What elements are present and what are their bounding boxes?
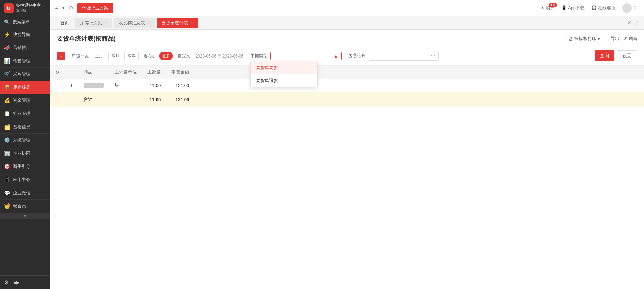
row-quantity: 11.00 xyxy=(142,79,166,92)
app-logo: b 畅捷通好生意 标准版 xyxy=(0,0,50,16)
search-menu-label: 搜索菜单 xyxy=(13,19,30,25)
sidebar-item-label: 基础信息 xyxy=(13,124,30,130)
row-index: 1 xyxy=(65,79,78,92)
sidebar-item-system[interactable]: ⚙️ 系统管理 xyxy=(0,134,50,147)
warehouse-select[interactable]: ··· xyxy=(369,51,439,61)
sidebar-item-wechat[interactable]: 💬 企业微信 xyxy=(0,186,50,200)
sidebar-item-basic[interactable]: 🗂️ 基础信息 xyxy=(0,120,50,134)
total-row: 合计 11.00 121.00 xyxy=(50,92,644,107)
this-year-btn[interactable]: 本年 xyxy=(124,52,139,60)
sidebar-item-purchase[interactable]: 🛒 采购管理 xyxy=(0,68,50,81)
sidebar-item-label: 销售管理 xyxy=(13,58,30,64)
total-gear xyxy=(50,92,65,107)
date-label: 单据日期 xyxy=(72,53,89,59)
refresh-btn[interactable]: ↺ 刷新 xyxy=(623,36,637,42)
sidebar-item-sales[interactable]: 📊 销售管理 xyxy=(0,54,50,68)
message-icon: ✉ xyxy=(541,5,544,10)
dropdown-item-requisition[interactable]: 要货单要货 xyxy=(251,61,317,74)
topbar-right: ✉ 消息 99+ 📱 App下载 🎧 在线客服 Rit xyxy=(541,3,639,13)
settings-icon[interactable]: ⚙ xyxy=(4,279,9,286)
sidebar-item-label: 畅会员 xyxy=(13,203,26,209)
table-body: 1 块 11.00 121.00 xyxy=(50,79,644,92)
user-avatar[interactable]: Rit xyxy=(622,3,639,13)
sidebar-item-quick-nav[interactable]: ⚡ 快捷导航 xyxy=(0,28,50,41)
sidebar-item-operations[interactable]: 📋 经营管理 xyxy=(0,107,50,120)
tab-inventory-batch-close[interactable]: ✕ xyxy=(104,21,107,25)
sidebar-item-inventory[interactable]: 📦 库存核算 xyxy=(0,81,50,94)
custom-date-btn[interactable]: 自定义 xyxy=(175,52,193,60)
sidebar-item-label: 资金管理 xyxy=(13,97,30,104)
row-amount: 121.00 xyxy=(166,79,194,92)
search-menu-item[interactable]: 🔍 搜索菜单 xyxy=(0,16,50,28)
window-maximize-btn[interactable]: ⤢ xyxy=(634,20,639,26)
industry-btn[interactable]: 体验行业方案 xyxy=(77,3,113,13)
online-service-btn[interactable]: 🎧 在线客服 xyxy=(591,5,616,11)
sidebar-item-marketing[interactable]: 📣 营销推广 xyxy=(0,41,50,54)
tab-receive-summary[interactable]: 收发存汇总表 ✕ xyxy=(114,18,155,28)
tab-order-stats-close[interactable]: ✕ xyxy=(190,21,193,25)
basic-icon: 🗂️ xyxy=(4,124,10,130)
window-close-btn[interactable]: ✕ xyxy=(627,20,631,26)
sidebar-item-label: 采购管理 xyxy=(13,71,30,77)
table-head: ⚙ 商品 主计量单位 主数量 零售金额 xyxy=(50,66,644,79)
print-icon: 🖨 xyxy=(569,36,573,41)
export-btn[interactable]: ↓ 导出 xyxy=(607,36,620,42)
tab-order-stats[interactable]: 要货单统计表 ✕ xyxy=(157,18,198,28)
table-foot: 合计 11.00 121.00 xyxy=(50,92,644,107)
col-quantity: 主数量 xyxy=(142,66,166,79)
type-select[interactable]: ▲ xyxy=(270,52,342,60)
filter-action-btns: 查询 设置 xyxy=(595,50,637,61)
total-extra xyxy=(194,92,644,107)
avatar-img xyxy=(622,3,632,13)
messages-btn[interactable]: ✉ 消息 99+ xyxy=(541,5,554,11)
tab-home[interactable]: 首页 xyxy=(55,18,74,28)
store-dropdown-icon: ▾ xyxy=(62,5,65,10)
last-7days-btn[interactable]: 近7天 xyxy=(141,52,157,60)
filter-expand-btn[interactable]: › xyxy=(57,52,65,60)
topbar-gear-icon[interactable]: ⚙ xyxy=(69,5,73,11)
sidebar-item-enterprise[interactable]: 🏢 企业协同 xyxy=(0,147,50,160)
refresh-icon: ↺ xyxy=(623,36,627,41)
data-table: ⚙ 商品 主计量单位 主数量 零售金额 1 xyxy=(50,66,644,107)
tab-inventory-batch[interactable]: 库存批次账 ✕ xyxy=(75,18,112,28)
more-dates-btn[interactable]: 更多 xyxy=(159,52,173,60)
sidebar-item-guide[interactable]: 🎯 新手引导 xyxy=(0,160,50,173)
sidebar-item-vip[interactable]: 👑 畅会员 xyxy=(0,200,50,213)
type-input[interactable] xyxy=(274,53,331,59)
appcenter-icon: 📱 xyxy=(4,177,10,183)
main-content: 41 ▾ ⚙ 体验行业方案 ✉ 消息 99+ 📱 App下载 🎧 在线客服 R xyxy=(50,0,644,289)
warehouse-input[interactable] xyxy=(373,53,429,59)
query-btn[interactable]: 查询 xyxy=(595,50,614,61)
filter-settings-btn[interactable]: 设置 xyxy=(617,50,637,61)
warehouse-label: 要货仓库 xyxy=(349,53,366,59)
operations-icon: 📋 xyxy=(4,111,10,117)
app-sub: 标准版 xyxy=(16,8,41,13)
col-amount: 零售金额 xyxy=(166,66,194,79)
sidebar-scroll-down[interactable]: ▼ xyxy=(0,213,50,219)
collapse-icon[interactable]: ◀▶ xyxy=(13,280,20,285)
sidebar-item-finance[interactable]: 💰 资金管理 xyxy=(0,94,50,107)
window-btns: ✕ ⤢ xyxy=(627,20,639,26)
sidebar: b 畅捷通好生意 标准版 🔍 搜索菜单 ⚡ 快捷导航 📣 营销推广 📊 销售管理… xyxy=(0,0,50,289)
sidebar-item-appcenter[interactable]: 📱 应用中心 xyxy=(0,173,50,186)
topbar-left: 41 ▾ ⚙ 体验行业方案 xyxy=(55,3,113,13)
print-btn[interactable]: 🖨 按模板打印 ▾ xyxy=(566,34,603,43)
message-badge: 99+ xyxy=(549,3,557,7)
service-icon: 🎧 xyxy=(591,5,597,10)
total-amount: 121.00 xyxy=(166,92,194,107)
export-icon: ↓ xyxy=(607,36,610,41)
this-month-btn[interactable]: 本月 xyxy=(108,52,122,60)
date-range: 2023-05-06 至 2023-06-06 xyxy=(196,53,243,59)
tab-receive-summary-close[interactable]: ✕ xyxy=(147,21,150,25)
wechat-icon: 💬 xyxy=(4,190,10,196)
guide-icon: 🎯 xyxy=(4,163,10,170)
page-header: 要货单统计表(按商品) 🖨 按模板打印 ▾ ↓ 导出 ↺ 刷新 xyxy=(50,30,644,46)
print-label: 按模板打印 xyxy=(574,36,596,42)
app-download-btn[interactable]: 📱 App下载 xyxy=(561,5,585,11)
store-selector[interactable]: 41 ▾ xyxy=(55,5,65,10)
product-name-blurred xyxy=(84,83,104,88)
last-month-btn[interactable]: 上月 xyxy=(92,52,106,60)
dropdown-item-return[interactable]: 要货单退货 xyxy=(251,74,317,87)
type-dropdown-arrow: ▲ xyxy=(334,53,338,59)
col-gear[interactable]: ⚙ xyxy=(50,66,65,79)
